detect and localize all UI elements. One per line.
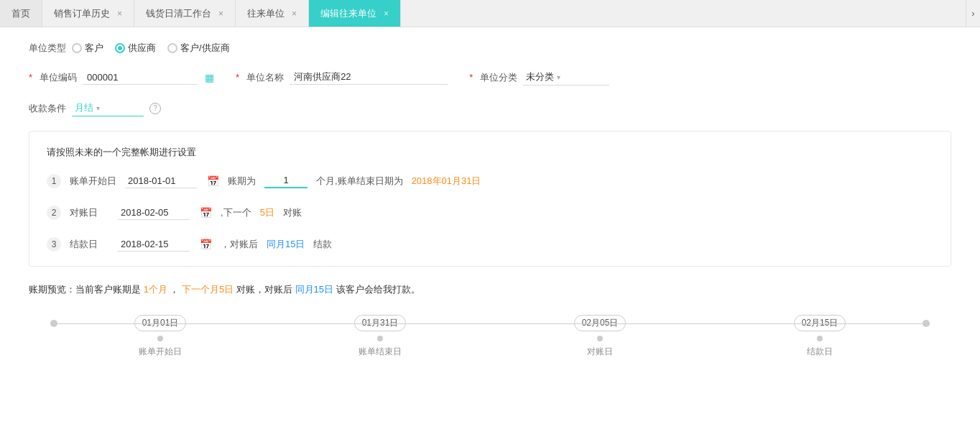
unit-code-input[interactable] [83, 70, 198, 85]
timeline-point-3: 02月05日 对账日 [574, 315, 627, 358]
unit-type-row: 单位类型 客户 供应商 客户/供应商 [29, 42, 951, 55]
period-row-2: 2 对账日 📅 ,下一个 5日 对账 [47, 206, 933, 220]
period-num-2: 2 [47, 206, 61, 220]
period-end-date-1: 2018年01月31日 [412, 175, 481, 188]
payment-terms-value: 月结 [75, 101, 93, 114]
period-num-3: 3 [47, 237, 61, 252]
tab-expand-button[interactable]: › [966, 0, 980, 27]
unit-name-label: 单位名称 [246, 71, 284, 84]
preview-part2: 下一个月5日 [182, 284, 234, 295]
period-num-1: 1 [47, 174, 61, 188]
period-field-3: 结款日 [70, 238, 109, 251]
period-row-1: 1 账单开始日 📅 账期为 个月,账单结束日期为 2018年01月31日 [47, 173, 933, 188]
period-date-2[interactable] [118, 206, 190, 220]
preview-text: 账期预览：当前客户账期是 1个月 ， 下一个月5日 对账，对账后 同月15日 该… [29, 281, 951, 298]
radio-circle-customer [72, 43, 82, 53]
preview-sep1: ， [170, 284, 179, 295]
period-suffix-1: 账期为 [228, 175, 256, 188]
period-date-3[interactable] [118, 237, 190, 252]
period-field-2: 对账日 [70, 206, 109, 219]
period-calendar-2[interactable]: 📅 [200, 207, 212, 218]
period-prefix-2: ,下一个 [221, 206, 251, 219]
period-prefix-3: ，对账后 [221, 238, 258, 251]
tab-home[interactable]: 首页 [0, 0, 42, 27]
timeline-container: 01月01日 账单开始日 01月31日 账单结束日 02月05日 对账日 02月… [29, 315, 951, 358]
unit-category-group: * 单位分类 未分类 ▾ [469, 69, 609, 86]
period-field-1: 账单开始日 [70, 175, 116, 188]
period-suffix-2: 对账 [283, 206, 302, 219]
unit-type-label: 单位类型 [29, 42, 66, 55]
timeline-dot-1 [157, 336, 163, 341]
timeline-point-2: 01月31日 账单结束日 [354, 315, 407, 358]
unit-type-group: 单位类型 客户 供应商 客户/供应商 [29, 42, 230, 55]
timeline-dot-3 [597, 336, 603, 341]
payment-terms-group: 收款条件 月结 ▾ ? [29, 100, 161, 116]
tab-cash-work[interactable]: 钱货日清工作台 × [134, 0, 236, 27]
tab-close-partner[interactable]: × [292, 9, 297, 19]
radio-circle-supplier [115, 43, 125, 53]
period-highlight-2: 5日 [260, 206, 274, 219]
preview-part3: 同月15日 [295, 284, 333, 295]
radio-customer[interactable]: 客户 [72, 42, 103, 55]
preview-label: 账期预览：当前客户账期是 [29, 284, 141, 295]
timeline-line [57, 323, 923, 324]
period-suffix-3: 结款 [313, 238, 332, 251]
period-months-unit-1: 个月,账单结束日期为 [316, 175, 403, 188]
preview-mid: 对账，对账后 [236, 284, 292, 295]
timeline-point-4: 02月15日 结款日 [794, 315, 846, 358]
payment-terms-arrow: ▾ [96, 104, 100, 112]
period-months-input[interactable] [264, 173, 308, 188]
unit-code-icon[interactable]: ▦ [205, 72, 214, 83]
tab-sales-history[interactable]: 销售订单历史 × [42, 0, 134, 27]
unit-code-group: * 单位编码 ▦ [29, 70, 214, 85]
timeline-label-1: 账单开始日 [139, 346, 182, 358]
main-content: 单位类型 客户 供应商 客户/供应商 * 单位编码 [0, 27, 980, 437]
period-date-1[interactable] [125, 174, 197, 188]
preview-end: 该客户会给我打款。 [336, 284, 420, 295]
tab-partner[interactable]: 往来单位 × [236, 0, 309, 27]
tab-close-sales-history[interactable]: × [117, 9, 122, 19]
timeline-point-1: 01月01日 账单开始日 [134, 315, 187, 358]
payment-terms-select[interactable]: 月结 ▾ [72, 100, 144, 116]
chevron-right-icon: › [971, 8, 974, 19]
timeline-dot-4 [817, 336, 823, 341]
preview-part1: 1个月 [144, 284, 167, 295]
period-calendar-3[interactable]: 📅 [200, 239, 212, 250]
radio-group-unit-type: 客户 供应商 客户/供应商 [72, 42, 230, 55]
tab-bar: 首页 销售订单历史 × 钱货日清工作台 × 往来单位 × 编辑往来单位 × › [0, 0, 980, 27]
radio-circle-both [167, 43, 177, 53]
unit-category-label: 单位分类 [480, 71, 517, 84]
unit-name-group: * 单位名称 [236, 70, 448, 85]
period-row-3: 3 结款日 📅 ，对账后 同月15日 结款 [47, 237, 933, 252]
period-settings-box: 请按照未来的一个完整帐期进行设置 1 账单开始日 📅 账期为 个月,账单结束日期… [29, 131, 951, 267]
unit-code-label: 单位编码 [40, 71, 77, 84]
code-name-category-row: * 单位编码 ▦ * 单位名称 * 单位分类 未分类 ▾ [29, 69, 951, 86]
timeline-label-3: 对账日 [587, 346, 613, 358]
tab-edit-partner[interactable]: 编辑往来单位 × [309, 0, 401, 27]
timeline-label-2: 账单结束日 [359, 346, 402, 358]
radio-both[interactable]: 客户/供应商 [167, 42, 230, 55]
timeline-label-4: 结款日 [807, 346, 833, 358]
period-highlight-3: 同月15日 [267, 238, 305, 251]
timeline-dot-2 [377, 336, 383, 341]
tab-close-cash-work[interactable]: × [218, 9, 223, 19]
unit-category-arrow: ▾ [557, 73, 560, 81]
timeline-points: 01月01日 账单开始日 01月31日 账单结束日 02月05日 对账日 02月… [50, 315, 930, 358]
payment-terms-row: 收款条件 月结 ▾ ? [29, 100, 951, 116]
radio-supplier[interactable]: 供应商 [115, 42, 156, 55]
period-title: 请按照未来的一个完整帐期进行设置 [47, 146, 933, 159]
period-calendar-1[interactable]: 📅 [207, 175, 219, 187]
unit-category-select[interactable]: 未分类 ▾ [523, 69, 609, 86]
unit-name-input[interactable] [290, 70, 448, 85]
payment-terms-label: 收款条件 [29, 102, 66, 115]
tab-close-edit-partner[interactable]: × [384, 9, 389, 19]
payment-terms-help-icon[interactable]: ? [149, 103, 161, 114]
unit-category-value: 未分类 [526, 70, 554, 83]
